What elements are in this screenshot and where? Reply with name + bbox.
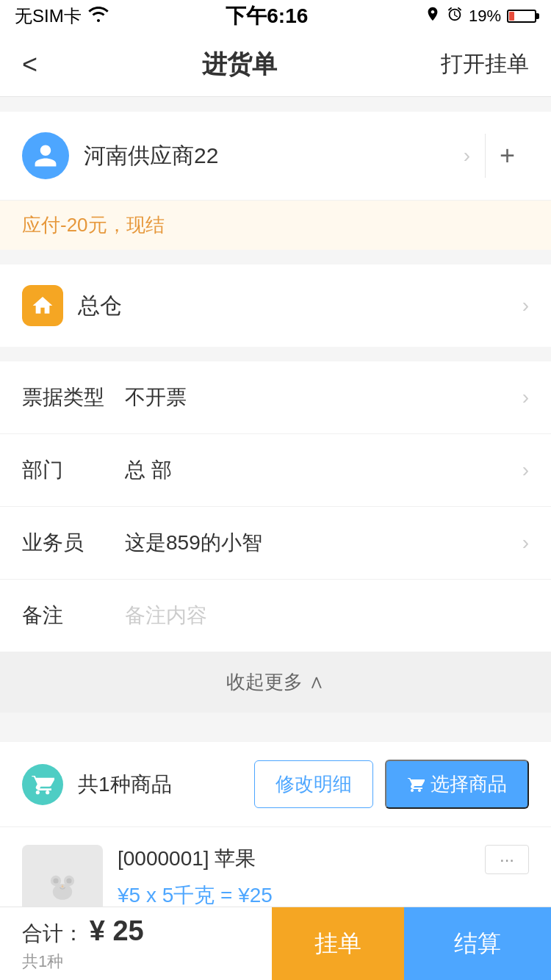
section-gap-1 — [0, 97, 551, 112]
status-time: 下午6:16 — [226, 2, 308, 30]
supplier-chevron-icon: › — [464, 144, 470, 167]
department-chevron-icon: › — [522, 458, 529, 482]
invoice-label: 票据类型 — [22, 383, 125, 411]
open-suspend-button[interactable]: 打开挂单 — [441, 49, 529, 79]
section-gap-3 — [0, 347, 551, 361]
status-bar: 无SIM卡 下午6:16 19% — [0, 0, 551, 32]
warehouse-section[interactable]: 总仓 › — [0, 264, 551, 347]
supplier-row[interactable]: 河南供应商22 › + — [0, 112, 551, 201]
remark-label: 备注 — [22, 602, 125, 630]
supplier-name: 河南供应商22 — [84, 141, 456, 171]
products-count: 共1种商品 — [78, 771, 254, 799]
cart-icon — [31, 773, 54, 796]
sales-value: 这是859的小智 — [125, 529, 515, 557]
products-header: 共1种商品 修改明细 选择商品 — [0, 742, 551, 827]
status-right: 19% — [425, 6, 536, 26]
total-label: 合计： — [22, 922, 84, 945]
supplier-avatar — [22, 132, 69, 179]
warehouse-name: 总仓 — [78, 291, 515, 321]
sales-row[interactable]: 业务员 这是859的小智 › — [0, 507, 551, 580]
product-quantity: 5千克 — [162, 884, 215, 907]
supplier-section: 河南供应商22 › + 应付-20元，现结 — [0, 112, 551, 250]
nav-bar: < 进货单 打开挂单 — [0, 32, 551, 97]
battery-icon — [507, 10, 536, 23]
alarm-icon — [447, 6, 463, 26]
product-name: [0000001] 苹果 — [118, 845, 470, 873]
department-row[interactable]: 部门 总 部 › — [0, 434, 551, 507]
department-label: 部门 — [22, 456, 125, 484]
product-title: 苹果 — [215, 847, 256, 870]
equals-sign: = — [220, 884, 238, 907]
invoice-value: 不开票 — [125, 383, 515, 411]
section-gap-4 — [0, 713, 551, 727]
select-product-button[interactable]: 选择商品 — [385, 760, 529, 809]
supplier-notice: 应付-20元，现结 — [0, 201, 551, 250]
price-separator: x — [146, 884, 162, 907]
checkout-button[interactable]: 结算 — [404, 907, 551, 981]
invoice-row[interactable]: 票据类型 不开票 › — [0, 361, 551, 434]
svg-point-2 — [53, 878, 58, 883]
total-amount: ¥ 25 — [90, 915, 144, 946]
total-row: 合计： ¥ 25 — [22, 915, 250, 948]
bottom-bar: 合计： ¥ 25 共1种 挂单 结算 — [0, 907, 551, 980]
sales-chevron-icon: › — [522, 531, 529, 555]
warehouse-icon — [22, 285, 63, 326]
add-supplier-button[interactable]: + — [485, 134, 529, 178]
select-product-label: 选择商品 — [431, 771, 507, 797]
product-code: [0000001] — [118, 847, 209, 870]
product-total: ¥25 — [238, 884, 273, 907]
suspend-button[interactable]: 挂单 — [272, 907, 404, 981]
bottom-total: 合计： ¥ 25 共1种 — [0, 915, 272, 973]
remark-input[interactable]: 备注内容 — [125, 602, 529, 630]
wifi-icon — [87, 6, 109, 26]
battery-percentage: 19% — [469, 7, 501, 26]
owl-logo — [40, 863, 84, 907]
back-button[interactable]: < — [22, 49, 37, 80]
user-icon — [32, 143, 59, 169]
product-info: [0000001] 苹果 ¥5 x 5千克 = ¥25 — [118, 845, 470, 909]
carrier-label: 无SIM卡 — [15, 4, 82, 28]
total-sub: 共1种 — [22, 951, 250, 973]
warehouse-chevron-icon: › — [522, 294, 529, 317]
status-left: 无SIM卡 — [15, 4, 109, 28]
edit-detail-button[interactable]: 修改明细 — [254, 760, 373, 808]
page-title: 进货单 — [202, 48, 277, 82]
product-more-button[interactable]: ··· — [485, 845, 529, 874]
location-icon — [425, 6, 441, 26]
remark-row[interactable]: 备注 备注内容 — [0, 580, 551, 652]
svg-point-3 — [66, 878, 71, 883]
product-unit-price: ¥5 — [118, 884, 140, 907]
products-icon — [22, 764, 63, 805]
sales-label: 业务员 — [22, 529, 125, 557]
select-product-icon — [407, 776, 425, 793]
department-value: 总 部 — [125, 456, 515, 484]
section-gap-2 — [0, 250, 551, 264]
form-section: 票据类型 不开票 › 部门 总 部 › 业务员 这是859的小智 › 备注 备注… — [0, 361, 551, 652]
warehouse-row[interactable]: 总仓 › — [0, 264, 551, 347]
invoice-chevron-icon: › — [522, 386, 529, 409]
product-price: ¥5 x 5千克 = ¥25 — [118, 882, 470, 909]
home-icon — [31, 294, 54, 317]
collapse-button[interactable]: 收起更多 ∧ — [0, 652, 551, 713]
